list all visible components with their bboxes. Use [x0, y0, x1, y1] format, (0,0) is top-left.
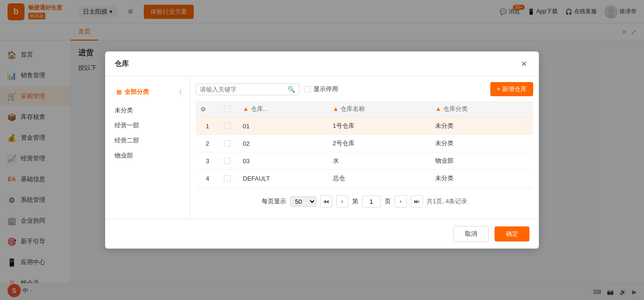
row-check-3[interactable] [224, 158, 231, 164]
grid-icon: ⊞ [116, 89, 122, 96]
table-toolbar: 🔍 显示停用 + 新增仓库 [196, 82, 533, 96]
show-disabled-toggle[interactable]: 显示停用 [304, 85, 338, 93]
show-disabled-checkbox[interactable] [304, 86, 311, 92]
row-checkbox[interactable] [219, 152, 238, 170]
category-item-uncategorized[interactable]: 未分类 [105, 103, 190, 118]
th-warehouse-category: ▲ 仓库分类 [430, 101, 533, 117]
row-name: 2号仓库 [328, 135, 431, 152]
th-warehouse-name: ▲ 仓库名称 [328, 101, 431, 117]
prev-page-btn[interactable]: ‹ [336, 195, 348, 208]
row-checkbox[interactable] [219, 135, 238, 152]
search-input[interactable] [200, 86, 285, 93]
table-header-row: ⚙ ▲ 仓库... ▲ [196, 101, 533, 117]
row-check-4[interactable] [224, 175, 231, 182]
category-item-op1[interactable]: 经营一部 [105, 118, 190, 133]
sort-icon: ▲ [243, 105, 249, 112]
last-page-btn[interactable]: ⏭ [411, 195, 423, 208]
category-item-op2[interactable]: 经营二部 [105, 133, 190, 148]
modal-footer: 取消 确定 [105, 219, 539, 249]
table-row[interactable]: 2 02 2号仓库 未分类 [196, 135, 533, 152]
table-row[interactable]: 3 03 水 物业部 [196, 152, 533, 170]
sort-icon-cat: ▲ [435, 105, 441, 112]
sort-icon-name: ▲ [333, 105, 339, 112]
category-panel: ⊞ 全部分类 《 未分类 经营一部 经营二部 物业部 [105, 76, 190, 219]
search-icon[interactable]: 🔍 [288, 86, 295, 93]
pagination-bar: 每页显示 50 100 200 ⏮ ‹ 第 页 › ⏭ 共1页, 4条记录 [196, 189, 533, 213]
row-category: 未分类 ··· [430, 117, 533, 135]
row-code: 02 [238, 135, 328, 152]
next-page-btn[interactable]: › [395, 195, 407, 208]
row-index: 4 [196, 170, 219, 187]
row-index: 1 [196, 117, 219, 135]
row-actions-1[interactable]: ··· [523, 122, 528, 129]
th-settings: ⚙ [196, 101, 219, 117]
row-checkbox[interactable] [219, 117, 238, 135]
cancel-button[interactable]: 取消 [453, 226, 489, 242]
row-name: 1号仓库 [328, 117, 431, 135]
row-check-2[interactable] [224, 140, 231, 147]
table-row[interactable]: 1 01 1号仓库 未分类 ··· [196, 117, 533, 135]
th-warehouse-code: ▲ 仓库... [238, 101, 328, 117]
first-page-btn[interactable]: ⏮ [320, 195, 332, 208]
category-all-btn[interactable]: ⊞ 全部分类 [111, 85, 155, 99]
modal-body: ⊞ 全部分类 《 未分类 经营一部 经营二部 物业部 [105, 76, 539, 219]
page-size-select[interactable]: 50 100 200 [290, 196, 316, 207]
warehouse-modal: 仓库 ✕ ⊞ 全部分类 《 未分类 经营一部 [105, 51, 539, 249]
row-name: 水 [328, 152, 431, 170]
table-container: ⚙ ▲ 仓库... ▲ [196, 101, 533, 187]
row-code: 01 [238, 117, 328, 135]
modal-overlay: 仓库 ✕ ⊞ 全部分类 《 未分类 经营一部 [0, 0, 644, 300]
row-index: 3 [196, 152, 219, 170]
warehouse-table: ⚙ ▲ 仓库... ▲ [196, 101, 533, 187]
confirm-button[interactable]: 确定 [495, 226, 529, 242]
page-number-input[interactable] [362, 195, 381, 208]
row-category: 未分类 [430, 135, 533, 152]
modal-title: 仓库 [115, 59, 129, 68]
settings-col-icon: ⚙ [200, 106, 206, 113]
category-header: ⊞ 全部分类 《 [105, 81, 190, 103]
select-all-checkbox[interactable] [224, 106, 231, 112]
collapse-button[interactable]: 《 [174, 87, 184, 97]
row-checkbox[interactable] [219, 170, 238, 187]
total-info: 共1页, 4条记录 [427, 197, 468, 206]
modal-close-button[interactable]: ✕ [518, 58, 529, 69]
th-checkbox [219, 101, 238, 117]
table-panel: 🔍 显示停用 + 新增仓库 ⚙ [190, 76, 539, 219]
row-name: 总仓 [328, 170, 431, 187]
modal-header: 仓库 ✕ [105, 51, 539, 76]
row-code: DEFAULT [238, 170, 328, 187]
add-warehouse-button[interactable]: + 新增仓库 [490, 82, 533, 96]
table-row[interactable]: 4 DEFAULT 总仓 未分类 [196, 170, 533, 187]
search-box: 🔍 [196, 83, 299, 95]
row-check-1[interactable] [224, 123, 231, 129]
row-code: 03 [238, 152, 328, 170]
row-category: 物业部 [430, 152, 533, 170]
category-item-property[interactable]: 物业部 [105, 148, 190, 163]
row-category: 未分类 [430, 170, 533, 187]
row-index: 2 [196, 135, 219, 152]
